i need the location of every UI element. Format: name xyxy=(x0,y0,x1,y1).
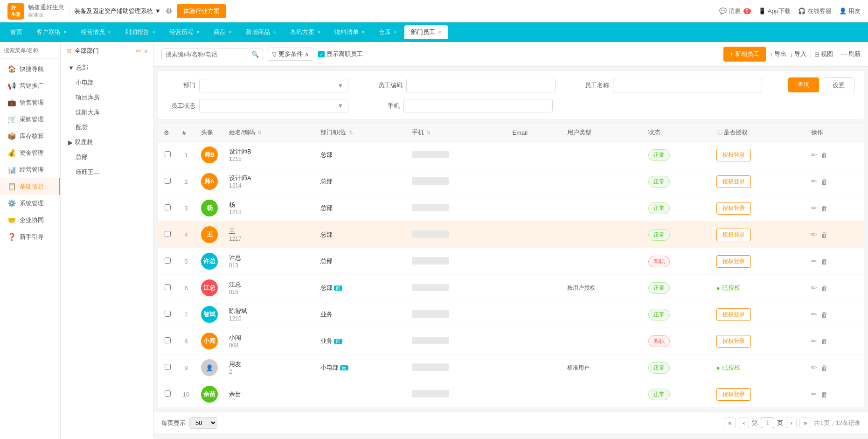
row-checkbox[interactable] xyxy=(165,284,171,290)
auth-btn[interactable]: 授权登录 xyxy=(716,308,751,321)
auth-btn[interactable]: 授权登录 xyxy=(716,175,751,188)
delete-icon[interactable]: 🗑 xyxy=(821,311,828,319)
tab-warehouse[interactable]: 仓库 × xyxy=(372,25,403,39)
row-checkbox[interactable] xyxy=(165,231,171,237)
th-name[interactable]: 姓名/编码 ⇅ xyxy=(223,124,315,142)
last-page-btn[interactable]: » xyxy=(799,418,811,428)
tab-dept-staff-close[interactable]: × xyxy=(438,29,441,35)
row-checkbox[interactable] xyxy=(165,258,171,264)
tree-node-zongbu2[interactable]: 总部 xyxy=(61,150,153,165)
row-checkbox[interactable] xyxy=(165,337,171,343)
prev-page-btn[interactable]: ‹ xyxy=(739,418,749,428)
auth-btn[interactable]: 授权登录 xyxy=(716,388,751,401)
show-resigned-checkbox[interactable]: ✓ 显示离职员工 xyxy=(318,50,363,58)
add-employee-btn[interactable]: + 新增员工 xyxy=(723,47,766,62)
edit-icon[interactable]: ✏ xyxy=(811,204,817,212)
delete-icon[interactable]: 🗑 xyxy=(821,337,828,345)
tree-node-peihuo[interactable]: 配货 xyxy=(61,120,153,135)
sidebar-item-system[interactable]: ⚙️ 系统管理 xyxy=(0,195,60,212)
view-btn[interactable]: ⊟ 视图 xyxy=(814,50,833,58)
sort-phone-icon[interactable]: ⇅ xyxy=(426,130,431,135)
search-input-wrapper[interactable]: 🔍 xyxy=(161,49,263,60)
sidebar-item-quick-nav[interactable]: 🏠 快捷导航 xyxy=(0,61,60,77)
sidebar-item-finance[interactable]: 💰 资金管理 xyxy=(0,145,60,161)
sort-dept-icon[interactable]: ⇅ xyxy=(349,130,353,135)
cell-checkbox[interactable] xyxy=(158,328,177,355)
set-btn[interactable]: 设置 xyxy=(823,77,854,93)
delete-icon[interactable]: 🗑 xyxy=(821,178,828,186)
tree-collapse-icon[interactable]: « xyxy=(144,47,148,55)
filter-dept-select[interactable]: ▼ xyxy=(199,79,348,92)
tree-node-xiaodian[interactable]: 小电部 xyxy=(61,75,153,90)
row-checkbox[interactable] xyxy=(165,178,171,184)
sidebar-item-basic-info[interactable]: 📋 基础信息 xyxy=(0,178,60,195)
cell-checkbox[interactable] xyxy=(158,195,177,222)
user-btn[interactable]: 👤 用友 xyxy=(839,7,861,15)
import-btn[interactable]: ↓ 导入 xyxy=(790,50,807,58)
auth-btn[interactable]: 授权登录 xyxy=(716,149,751,161)
tab-barcode[interactable]: 条码方案 × xyxy=(284,25,327,39)
edit-icon[interactable]: ✏ xyxy=(811,177,817,186)
auth-btn[interactable]: 授权登录 xyxy=(716,255,751,268)
sidebar-item-inventory[interactable]: 📦 库存核算 xyxy=(0,128,60,145)
tab-new-goods[interactable]: 新增商品 × xyxy=(239,25,283,39)
cell-checkbox[interactable] xyxy=(158,275,177,301)
edit-icon[interactable]: ✏ xyxy=(811,363,817,372)
cell-checkbox[interactable] xyxy=(158,248,177,275)
filter-phone-input[interactable] xyxy=(403,99,553,112)
cell-checkbox[interactable] xyxy=(158,168,177,195)
sidebar-search-input[interactable] xyxy=(4,47,61,54)
next-page-btn[interactable]: › xyxy=(786,418,796,428)
tab-barcode-close[interactable]: × xyxy=(317,29,320,35)
sidebar-item-guide[interactable]: ❓ 新手引导 xyxy=(0,229,60,245)
delete-icon[interactable]: 🗑 xyxy=(821,390,828,398)
sidebar-item-marketing[interactable]: 📢 营销推广 xyxy=(0,77,60,94)
tree-node-miaowang[interactable]: 庙旺王二 xyxy=(61,165,153,180)
edit-icon[interactable]: ✏ xyxy=(811,230,817,239)
app-download-btn[interactable]: 📱 App下载 xyxy=(758,7,791,15)
filter-emp-name-input[interactable] xyxy=(613,79,762,92)
tree-node-project[interactable]: 项目库房 xyxy=(61,90,153,105)
cell-checkbox[interactable] xyxy=(158,381,177,408)
tab-operation[interactable]: 经营情况 × xyxy=(74,25,118,39)
tab-home[interactable]: 首页 xyxy=(4,25,29,39)
cell-checkbox[interactable] xyxy=(158,355,177,381)
first-page-btn[interactable]: « xyxy=(724,418,736,428)
tab-dept-staff[interactable]: 部门员工 × xyxy=(404,25,448,39)
online-service-btn[interactable]: 🎧 在线客服 xyxy=(798,7,832,15)
tree-node-shuanglu[interactable]: ▶ 双鹿想 xyxy=(61,135,153,150)
edit-icon[interactable]: ✏ xyxy=(811,390,817,398)
sidebar-item-cooperation[interactable]: 🤝 企业协同 xyxy=(0,212,60,229)
tab-bom[interactable]: 物料清单 × xyxy=(328,25,371,39)
more-filters-btn[interactable]: ▽ 更多条件 ∧ xyxy=(268,48,313,61)
settings-icon[interactable]: ⚙ xyxy=(166,7,172,15)
row-checkbox[interactable] xyxy=(165,364,171,370)
per-page-select[interactable]: 50 100 200 xyxy=(189,417,217,429)
th-settings[interactable]: ⚙ xyxy=(158,124,177,142)
col-settings-icon[interactable]: ⚙ xyxy=(164,129,169,136)
tab-history[interactable]: 经营历程 × xyxy=(163,25,206,39)
delete-icon[interactable]: 🗑 xyxy=(821,204,828,212)
tab-goods[interactable]: 商品 × xyxy=(207,25,238,39)
delete-icon[interactable]: 🗑 xyxy=(821,364,828,372)
edit-icon[interactable]: ✏ xyxy=(811,257,817,265)
th-dept[interactable]: 部门/职位 ⇅ xyxy=(315,124,406,142)
filter-emp-status-select[interactable]: ▼ xyxy=(199,99,348,112)
query-btn[interactable]: 查询 xyxy=(788,77,819,92)
tab-profit[interactable]: 利润报告 × xyxy=(118,25,162,39)
tab-customer[interactable]: 客户联络 × xyxy=(30,25,73,39)
row-checkbox[interactable] xyxy=(165,311,171,317)
auth-btn[interactable]: 授权登录 xyxy=(716,229,751,241)
row-checkbox[interactable] xyxy=(165,204,171,210)
sort-name-icon[interactable]: ⇅ xyxy=(257,130,262,135)
search-input[interactable] xyxy=(166,51,250,58)
sidebar-item-sales[interactable]: 💼 销售管理 xyxy=(0,94,60,111)
tab-history-close[interactable]: × xyxy=(196,29,200,35)
cell-checkbox[interactable] xyxy=(158,301,177,328)
system-title-dropdown[interactable]: 装备及固定资产辅助管理系统 ▼ xyxy=(74,7,161,15)
filter-emp-code-input[interactable] xyxy=(406,79,556,92)
edit-icon[interactable]: ✏ xyxy=(811,310,817,319)
cell-checkbox[interactable] xyxy=(158,222,177,248)
tab-bom-close[interactable]: × xyxy=(361,29,365,35)
row-checkbox[interactable] xyxy=(165,390,171,397)
